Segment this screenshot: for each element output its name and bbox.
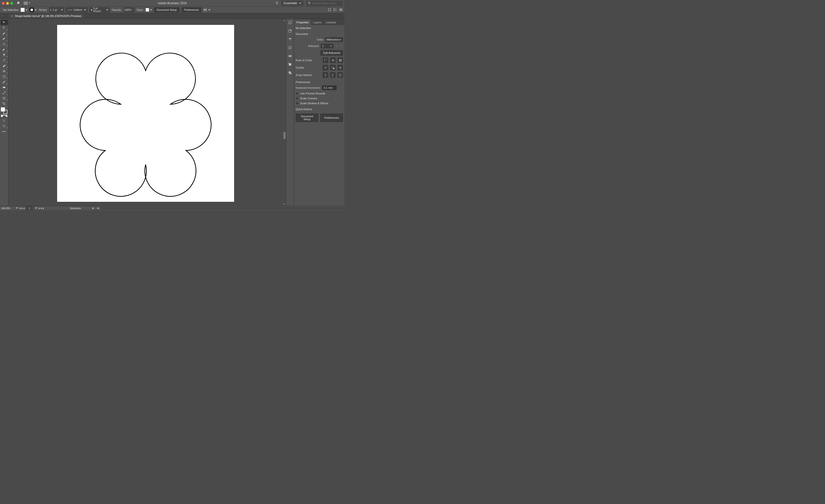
gradient-fill-icon[interactable]: [3, 115, 5, 117]
opacity-field[interactable]: [124, 8, 132, 11]
edit-toolbar-button[interactable]: •••: [2, 131, 6, 133]
direct-selection-tool[interactable]: [0, 25, 8, 30]
artboard-select[interactable]: 1▼: [321, 44, 333, 48]
smart-guides-icon[interactable]: [338, 65, 343, 70]
qa-preferences-button[interactable]: Preferences: [320, 113, 343, 122]
panel-toggle-icon[interactable]: »: [1, 15, 2, 17]
draw-mode-normal[interactable]: [0, 118, 8, 123]
fill-swatch[interactable]: [20, 8, 27, 12]
first-artboard-icon[interactable]: ▮◀: [19, 207, 22, 209]
maximize-window-button[interactable]: [10, 2, 13, 5]
expand-control-bar-icon[interactable]: »: [1, 7, 2, 9]
stroke-swatch[interactable]: [29, 8, 36, 12]
eraser-tool[interactable]: [0, 63, 8, 68]
scroll-up-icon[interactable]: ▲: [283, 19, 286, 22]
snap-pixel-icon[interactable]: [338, 72, 343, 78]
hscroll-left-icon[interactable]: ◀: [97, 206, 99, 210]
close-tab-icon[interactable]: ×: [11, 14, 13, 17]
scale-corners-checkbox[interactable]: Scale Corners: [296, 97, 343, 100]
snap-grid-icon[interactable]: [330, 72, 335, 78]
tab-layers[interactable]: Layers: [311, 20, 323, 25]
gradient-tool[interactable]: [0, 85, 8, 90]
workspace-switcher[interactable]: Essentials: [281, 0, 304, 6]
ruler-toggle-icon[interactable]: [323, 58, 328, 63]
vertical-scrollbar[interactable]: ▲ ▼: [283, 19, 286, 206]
status-menu-icon[interactable]: ▶: [92, 206, 94, 210]
minimize-window-button[interactable]: [6, 2, 9, 5]
svg-rect-43: [341, 59, 342, 60]
artboard-nav-field[interactable]: 1: [26, 206, 33, 210]
canvas-area[interactable]: ▲ ▼: [8, 19, 286, 206]
align-options-icon[interactable]: [204, 8, 210, 12]
color-fill-icon[interactable]: [1, 115, 3, 117]
appearance-panel-icon[interactable]: [288, 37, 292, 42]
arrange-documents-button[interactable]: [24, 1, 28, 5]
show-guides-icon[interactable]: [323, 65, 328, 70]
pathfinder-panel-icon[interactable]: [288, 45, 292, 50]
transparency-grid-icon[interactable]: [338, 58, 343, 63]
free-transform-tool[interactable]: [0, 95, 8, 101]
scrollbar-thumb[interactable]: [283, 132, 286, 139]
graphic-style-swatch[interactable]: [145, 8, 152, 12]
scroll-down-icon[interactable]: ▼: [283, 203, 286, 205]
menu-lines-icon[interactable]: [339, 8, 343, 12]
discover-tip-icon[interactable]: [275, 1, 279, 5]
scale-tool[interactable]: [0, 90, 8, 95]
pen-tool[interactable]: [0, 30, 8, 36]
home-icon[interactable]: [16, 1, 20, 5]
edit-artboards-button[interactable]: Edit Artboards: [320, 50, 343, 56]
shape-builder-tool[interactable]: [0, 68, 8, 74]
artboard-tool[interactable]: [0, 74, 8, 79]
screen-mode-button[interactable]: [0, 123, 8, 129]
none-fill-icon[interactable]: [5, 115, 7, 117]
brush-definition-select[interactable]: 5 pt. Round: [89, 7, 110, 12]
artboard-nav-dropdown-icon[interactable]: [35, 207, 37, 209]
rotate-tool[interactable]: [0, 58, 8, 63]
selection-tool[interactable]: [0, 20, 8, 25]
close-window-button[interactable]: [2, 2, 5, 5]
use-preview-bounds-checkbox[interactable]: Use Preview Bounds: [296, 92, 343, 95]
snap-point-icon[interactable]: [323, 72, 328, 78]
color-mode-row[interactable]: [1, 115, 7, 117]
transform-panel-icon[interactable]: [288, 62, 292, 67]
document-tab[interactable]: × Shape builder tool.ai* @ 146.9% (CMYK/…: [9, 14, 84, 18]
fill-stroke-swatch[interactable]: [1, 107, 8, 114]
search-adobe-stock[interactable]: [306, 1, 343, 6]
grid-toggle-icon[interactable]: [330, 58, 335, 63]
type-tool[interactable]: [0, 52, 8, 58]
last-artboard-icon[interactable]: ▶▮: [41, 207, 44, 209]
stroke-weight-field[interactable]: [52, 8, 60, 11]
expand-panels-icon[interactable]: »: [292, 19, 293, 21]
search-input[interactable]: [312, 2, 342, 5]
next-artboard-nav-icon[interactable]: ▶: [39, 207, 40, 209]
stroke-profile-select[interactable]: Uniform: [66, 7, 88, 12]
zoom-dropdown-icon[interactable]: [16, 207, 18, 209]
next-artboard-icon[interactable]: ▶: [340, 45, 343, 47]
lock-guides-icon[interactable]: [330, 65, 335, 70]
opacity-input[interactable]: ›: [124, 7, 135, 12]
preferences-button[interactable]: Preferences: [181, 7, 202, 12]
horizontal-scrollbar[interactable]: [101, 207, 344, 209]
tab-libraries[interactable]: Libraries: [323, 20, 338, 25]
document-setup-button[interactable]: Document Setup: [154, 7, 179, 12]
align-panel-icon[interactable]: [288, 54, 292, 59]
svg-rect-8: [334, 8, 334, 9]
curvature-tool[interactable]: [0, 36, 8, 41]
export-panel-icon[interactable]: [288, 28, 292, 33]
zoom-readout[interactable]: 146.9%: [1, 207, 14, 210]
eyedropper-tool[interactable]: [0, 79, 8, 85]
scale-strokes-checkbox[interactable]: Scale Strokes & Effects: [296, 102, 343, 105]
qa-document-setup-button[interactable]: Document Setup: [296, 113, 318, 122]
grid-view-icon[interactable]: [328, 8, 331, 12]
prev-artboard-icon[interactable]: ◀: [335, 45, 338, 47]
zoom-tool[interactable]: [0, 101, 8, 106]
transparency-panel-icon[interactable]: [288, 70, 292, 75]
prev-artboard-nav-icon[interactable]: ◀: [23, 207, 24, 209]
tab-properties[interactable]: Properties: [294, 20, 311, 25]
ellipse-tool[interactable]: [0, 41, 8, 47]
list-view-icon[interactable]: [333, 8, 337, 12]
paintbrush-tool[interactable]: [0, 47, 8, 52]
units-select[interactable]: Millimeters▼: [325, 37, 343, 42]
keyboard-increment-input[interactable]: [322, 86, 336, 90]
stroke-weight-input[interactable]: ▲▼: [49, 7, 64, 12]
